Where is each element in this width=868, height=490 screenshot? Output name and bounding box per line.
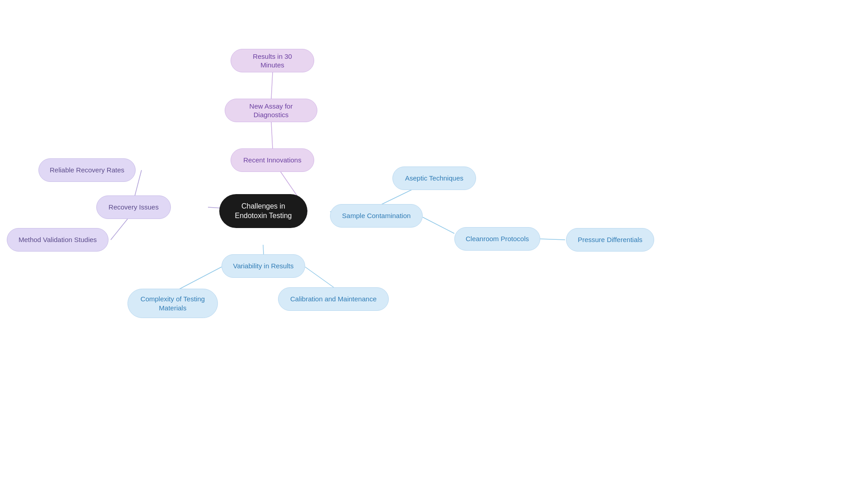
svg-line-12: [540, 239, 565, 240]
svg-line-11: [423, 217, 454, 233]
svg-line-2: [271, 72, 273, 99]
svg-line-1: [271, 122, 273, 148]
complexity-testing-node[interactable]: Complexity of Testing Materials: [127, 289, 218, 318]
reliable-recovery-node[interactable]: Reliable Recovery Rates: [38, 158, 136, 182]
svg-line-7: [174, 267, 222, 292]
aseptic-techniques-node[interactable]: Aseptic Techniques: [392, 167, 476, 190]
variability-results-node[interactable]: Variability in Results: [222, 254, 305, 278]
svg-line-8: [305, 267, 334, 287]
new-assay-node[interactable]: New Assay for Diagnostics: [225, 99, 317, 122]
calibration-maintenance-node[interactable]: Calibration and Maintenance: [278, 287, 389, 311]
recent-innovations-node[interactable]: Recent Innovations: [231, 148, 314, 172]
center-node[interactable]: Challenges in Endotoxin Testing: [219, 194, 307, 228]
cleanroom-protocols-node[interactable]: Cleanroom Protocols: [454, 227, 540, 251]
results-30-node[interactable]: Results in 30 Minutes: [231, 49, 314, 72]
connections-svg: [0, 0, 868, 490]
recovery-issues-node[interactable]: Recovery Issues: [96, 195, 171, 219]
pressure-differentials-node[interactable]: Pressure Differentials: [566, 228, 654, 252]
method-validation-node[interactable]: Method Validation Studies: [7, 228, 108, 252]
svg-line-6: [263, 245, 264, 254]
sample-contamination-node[interactable]: Sample Contamination: [330, 204, 423, 228]
